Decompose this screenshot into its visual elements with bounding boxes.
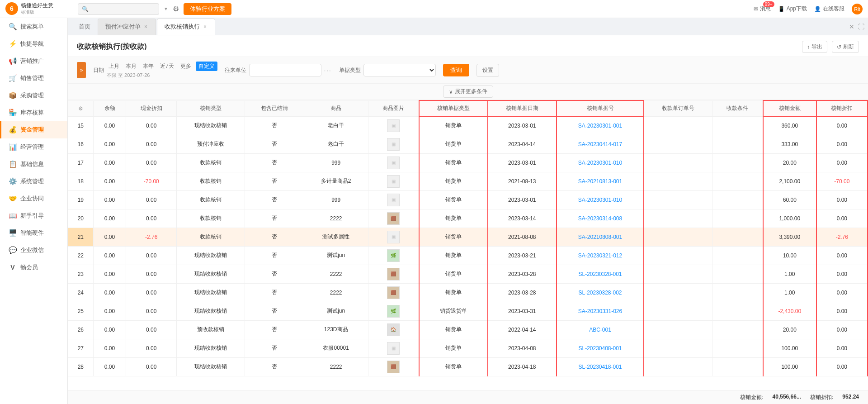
- date-this-month[interactable]: 本月: [124, 62, 138, 71]
- cell-order-no: [644, 302, 712, 320]
- table-footer: 核销金额: 40,556,66... 核销折扣: 952.24: [68, 390, 868, 404]
- tab-expand-btn[interactable]: ⛶: [858, 23, 864, 30]
- cell-type: 现结收款核销: [177, 246, 245, 265]
- cell-num: 19: [68, 190, 94, 209]
- export-button[interactable]: ↑ 导出: [802, 41, 827, 53]
- cell-order-no: [644, 116, 712, 135]
- doc-no-link[interactable]: SA-20230314-008: [578, 215, 622, 222]
- doc-no-link[interactable]: SA-20230414-017: [578, 141, 622, 147]
- sidebar-item-marketing[interactable]: 📢 营销推广: [0, 52, 67, 70]
- sidebar-item-inventory[interactable]: 🏪 库存核算: [0, 104, 67, 121]
- doc-no-link[interactable]: ABC-001: [589, 327, 611, 333]
- cell-doc-no[interactable]: SA-20210813-001: [557, 172, 644, 190]
- cell-doc-no[interactable]: SA-20230314-008: [557, 209, 644, 228]
- date-custom[interactable]: 自定义: [196, 62, 217, 71]
- date-7days[interactable]: 近7天: [158, 62, 176, 71]
- sidebar-item-purchase[interactable]: 📦 采购管理: [0, 87, 67, 104]
- col-settings[interactable]: ⚙: [68, 100, 94, 116]
- cell-product: 老白干: [304, 116, 368, 135]
- cell-amount: 360.00: [763, 116, 816, 135]
- sidebar-item-quicknav[interactable]: ⚡ 快捷导航: [0, 35, 67, 52]
- tab-home[interactable]: 首页: [71, 19, 98, 35]
- cell-doc-no[interactable]: SL-20230328-002: [557, 283, 644, 302]
- cell-amount: 2,100.00: [763, 172, 816, 190]
- sidebar-item-basics[interactable]: 📋 基础信息: [0, 156, 67, 173]
- cell-type: 现结收款核销: [177, 302, 245, 320]
- sidebar-item-system[interactable]: ⚙️ 系统管理: [0, 173, 67, 190]
- filter-expand-button[interactable]: »: [77, 62, 86, 78]
- tab-close-btn[interactable]: ✕: [849, 23, 854, 30]
- trial-button[interactable]: 体验行业方案: [184, 3, 231, 15]
- sidebar-item-collab[interactable]: 🤝 企业协同: [0, 190, 67, 207]
- doc-no-link[interactable]: SA-20230321-012: [578, 252, 622, 259]
- sidebar-item-hardware[interactable]: 🖥️ 智能硬件: [0, 224, 67, 242]
- dropdown-arrow-icon[interactable]: ▼: [164, 6, 168, 11]
- app-download-item[interactable]: 📱 App下载: [778, 5, 807, 13]
- sidebar-item-operations[interactable]: 📊 经营管理: [0, 138, 67, 156]
- sidebar-item-wechat[interactable]: 💬 企业微信: [0, 242, 67, 259]
- refresh-button[interactable]: ↺ 刷新: [832, 41, 859, 53]
- cell-doc-no[interactable]: SA-20230414-017: [557, 135, 644, 153]
- doc-no-link[interactable]: SA-20210808-001: [578, 234, 622, 240]
- cell-condition: [712, 320, 763, 339]
- page-actions: ↑ 导出 ↺ 刷新: [802, 41, 859, 53]
- cell-num: 24: [68, 283, 94, 302]
- sidebar-item-guide[interactable]: 📖 新手引导: [0, 207, 67, 224]
- date-more[interactable]: 更多: [179, 62, 193, 71]
- gear-icon[interactable]: ⚙: [173, 5, 179, 13]
- cell-condition: [712, 357, 763, 376]
- cell-doc-date: 2023-03-01: [488, 190, 557, 209]
- filter-settings-button[interactable]: 设置: [476, 64, 499, 77]
- cell-settled: 否: [245, 116, 304, 135]
- doc-no-link[interactable]: SA-20210813-001: [578, 178, 622, 185]
- cell-doc-date: 2023-03-01: [488, 116, 557, 135]
- top-search-box[interactable]: 🔍: [78, 3, 159, 15]
- cell-doc-date: 2021-08-08: [488, 228, 557, 246]
- tab-prepayment-close[interactable]: ×: [143, 23, 148, 31]
- online-service-item[interactable]: 👤 在线客服: [814, 5, 844, 13]
- cell-doc-no[interactable]: SA-20230301-010: [557, 190, 644, 209]
- doc-no-link[interactable]: SL-20230328-002: [578, 290, 622, 296]
- cell-doc-no[interactable]: SA-20230321-012: [557, 246, 644, 265]
- tab-prepayment[interactable]: 预付冲应付单 ×: [98, 19, 156, 35]
- cell-doc-no[interactable]: ABC-001: [557, 320, 644, 339]
- notification-item[interactable]: ✉ 消息 99+: [754, 5, 771, 13]
- expand-conditions-button[interactable]: ∨ 展开更多条件: [443, 86, 493, 98]
- cell-doc-no[interactable]: SA-20230331-026: [557, 302, 644, 320]
- doc-no-link[interactable]: SA-20230301-001: [578, 123, 622, 129]
- cell-product-img: ▣: [368, 339, 419, 357]
- doc-no-link[interactable]: SA-20230331-026: [578, 308, 622, 314]
- cell-doc-no[interactable]: SA-20230301-010: [557, 153, 644, 172]
- app-download-label: App下载: [787, 5, 807, 13]
- footer-totals: 核销金额: 40,556,66... 核销折扣: 952.24: [740, 394, 859, 401]
- cell-doc-no[interactable]: SL-20230328-001: [557, 265, 644, 283]
- sidebar-item-member[interactable]: V 畅会员: [0, 259, 67, 276]
- doc-no-link[interactable]: SA-20230301-010: [578, 197, 622, 203]
- order-type-select[interactable]: [363, 64, 436, 76]
- sidebar-item-sales[interactable]: 🛒 销售管理: [0, 70, 67, 87]
- doc-no-link[interactable]: SL-20230328-001: [578, 271, 622, 277]
- online-service-label: 在线客服: [823, 5, 844, 13]
- cell-cash-discount: 0.00: [126, 339, 177, 357]
- cell-doc-no[interactable]: SA-20210808-001: [557, 228, 644, 246]
- partner-input[interactable]: [249, 64, 321, 76]
- cell-type: 现结收款核销: [177, 265, 245, 283]
- query-button[interactable]: 查询: [443, 64, 469, 76]
- member-icon: V: [9, 264, 17, 271]
- tab-writeoff[interactable]: 收款核销执行 ×: [157, 19, 215, 35]
- cell-doc-date: 2023-03-28: [488, 265, 557, 283]
- cell-doc-no[interactable]: SL-20230408-001: [557, 339, 644, 357]
- cell-doc-no[interactable]: SA-20230301-001: [557, 116, 644, 135]
- doc-no-link[interactable]: SL-20230408-001: [578, 345, 622, 352]
- sidebar-item-search[interactable]: 🔍 搜索菜单: [0, 18, 67, 35]
- table-row: 24 0.00 0.00 现结收款核销 否 2222 🟫 销货单 2023-03…: [68, 283, 868, 302]
- sidebar-item-finance[interactable]: 💰 资金管理: [0, 121, 67, 138]
- cell-discount: -70.00: [816, 172, 868, 190]
- cell-doc-no[interactable]: SL-20230418-001: [557, 357, 644, 376]
- doc-no-link[interactable]: SL-20230418-001: [578, 364, 622, 370]
- date-last-month[interactable]: 上月: [107, 62, 121, 71]
- tab-writeoff-close[interactable]: ×: [203, 23, 208, 31]
- doc-no-link[interactable]: SA-20230301-010: [578, 160, 622, 166]
- date-this-year[interactable]: 本年: [141, 62, 156, 71]
- user-item[interactable]: Rit: [852, 4, 863, 14]
